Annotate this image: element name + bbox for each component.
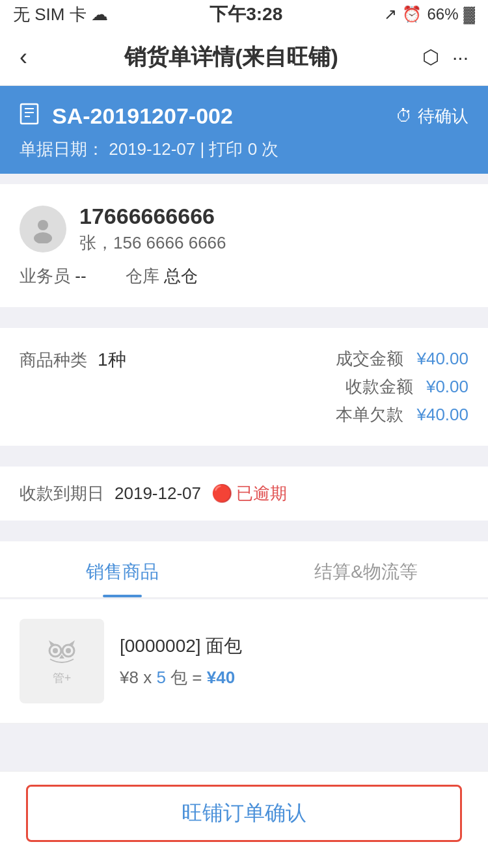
product-total: ¥40 [207,668,235,687]
amount-label-2: 收款金额 [346,375,413,398]
divider-1 [0,174,488,184]
alarm-icon: ⏰ [402,5,422,23]
due-date-value: 2019-12-07 [115,483,201,504]
amount-row-3: 本单欠款 ¥40.00 [336,403,468,426]
summary-left: 商品种类 1种 [20,347,336,372]
due-date-label: 收款到期日 [20,482,104,505]
order-number-text: SA-20191207-002 [52,103,233,129]
print-suffix: 次 [262,139,278,159]
warehouse-field: 仓库 总仓 [126,265,198,288]
battery-level: 66% [427,5,458,23]
divider-3 [0,456,488,467]
product-price: ¥8 x 5 包 = ¥40 [120,666,468,689]
amount-label-1: 成交金额 [336,347,403,370]
tab-settlement[interactable]: 结算&物流等 [244,541,488,597]
customer-row: 17666666666 张，156 6666 6666 [20,204,468,254]
status-left: 无 SIM 卡 ☁ [13,3,108,26]
amount-label-3: 本单欠款 [336,403,403,426]
share-button[interactable]: ⬡ [422,46,439,68]
bottom-button-area: 旺铺订单确认 [0,771,488,868]
product-list: 管+ [0000002] 面包 ¥8 x 5 包 = ¥40 [0,599,488,724]
customer-avatar [20,206,66,252]
overdue-text: 已逾期 [236,482,287,505]
sim-indicator: 无 SIM 卡 ☁ [13,3,108,26]
product-unit: 包 [170,668,187,687]
print-count: 0 [248,139,257,159]
summary-section: 商品种类 1种 成交金额 ¥40.00 收款金额 ¥0.00 本单欠款 ¥40.… [0,328,488,446]
amount-value-2: ¥0.00 [426,377,468,397]
order-header-top: SA-20191207-002 ⏱ 待确认 [20,102,468,130]
product-thumbnail: 管+ [20,619,104,703]
order-status: ⏱ 待确认 [396,105,468,128]
customer-name: 张，156 6666 6666 [79,232,226,254]
salesperson-field: 业务员 -- [20,265,87,288]
date-value: 2019-12-07 [109,139,195,159]
tab-sales-products[interactable]: 销售商品 [0,541,244,597]
location-icon: ↗ [384,5,397,23]
status-time: 下午3:28 [210,2,282,27]
status-right: ↗ ⏰ 66% ▓ [384,5,475,23]
warehouse-value: 总仓 [164,266,198,286]
divider-4 [0,531,488,541]
customer-info: 17666666666 张，156 6666 6666 [79,204,226,254]
svg-point-5 [34,232,52,243]
wangpu-confirm-button[interactable]: 旺铺订单确认 [26,785,462,842]
status-bar: 无 SIM 卡 ☁ 下午3:28 ↗ ⏰ 66% ▓ [0,0,488,29]
product-title: 面包 [206,636,242,656]
product-name: [0000002] 面包 [120,634,468,658]
price-separator: x [143,668,156,687]
price-value: ¥8 [120,668,139,687]
equals-sign: = [192,668,206,687]
customer-meta: 业务员 -- 仓库 总仓 [20,265,468,288]
warehouse-label: 仓库 [126,266,159,286]
product-logo: 管+ [42,636,81,686]
order-date-line: 单据日期： 2019-12-07 | 打印 0 次 [20,138,468,161]
print-label: | 打印 [200,139,247,159]
page-title: 销货单详情(来自旺铺) [40,42,422,72]
nav-bar: ‹ 销货单详情(来自旺铺) ⬡ ··· [0,29,488,86]
due-date-section: 收款到期日 2019-12-07 🔴 已逾期 [0,467,488,521]
amount-value-3: ¥40.00 [416,405,468,425]
amount-row-1: 成交金额 ¥40.00 [336,347,468,370]
product-qty: 5 [156,668,165,687]
overdue-badge: 🔴 已逾期 [211,482,287,505]
status-clock-icon: ⏱ [396,106,413,126]
order-icon [20,102,43,130]
divider-2 [0,318,488,328]
overdue-warning-icon: 🔴 [211,483,232,504]
status-text: 待确认 [418,105,468,128]
amount-row-2: 收款金额 ¥0.00 [346,375,468,398]
product-info: [0000002] 面包 ¥8 x 5 包 = ¥40 [120,634,468,689]
order-number: SA-20191207-002 [20,102,233,130]
customer-phone: 17666666666 [79,204,226,229]
more-button[interactable]: ··· [452,46,468,68]
customer-section: 17666666666 张，156 6666 6666 业务员 -- 仓库 总仓 [0,184,488,307]
summary-right: 成交金额 ¥40.00 收款金额 ¥0.00 本单欠款 ¥40.00 [336,347,468,426]
back-button[interactable]: ‹ [20,44,40,71]
svg-point-4 [38,220,48,230]
svg-point-9 [66,648,71,653]
amount-value-1: ¥40.00 [416,349,468,369]
battery-icon: ▓ [464,5,476,23]
salesperson-data: -- [75,266,86,286]
nav-actions: ⬡ ··· [422,46,468,68]
date-label: 单据日期： [20,139,104,159]
product-code: [0000002] [120,636,201,656]
salesperson-label: 业务员 [20,266,70,286]
tabs-section: 销售商品 结算&物流等 [0,541,488,598]
svg-rect-0 [21,104,38,124]
svg-point-8 [53,648,58,653]
order-header-card: SA-20191207-002 ⏱ 待确认 单据日期： 2019-12-07 |… [0,86,488,174]
category-value: 1种 [98,347,126,372]
category-label: 商品种类 [20,349,87,372]
table-row: 管+ [0000002] 面包 ¥8 x 5 包 = ¥40 [0,599,488,724]
